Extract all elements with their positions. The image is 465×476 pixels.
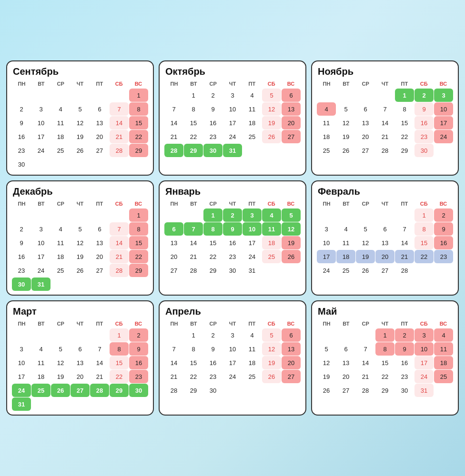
day-cell-23: 23: [414, 130, 434, 143]
month-title-3: Декабрь: [12, 186, 148, 197]
day-cell-24: 24: [223, 370, 242, 383]
day-cell-1: 1: [375, 328, 394, 342]
empty-cell: [12, 328, 31, 342]
day-cell-24: 24: [31, 264, 51, 277]
empty-cell: [164, 89, 183, 102]
day-cell-20: 20: [90, 250, 109, 263]
day-header-ВС: ВС: [129, 80, 148, 88]
day-cell-4: 4: [243, 328, 262, 342]
empty-cell: [31, 328, 51, 342]
day-cell-31: 31: [31, 278, 51, 291]
day-cell-29: 29: [129, 264, 148, 277]
day-cell-12: 12: [51, 356, 70, 369]
day-header-СР: СР: [51, 80, 71, 88]
day-cell-4: 4: [51, 222, 70, 236]
day-cell-26: 26: [336, 144, 355, 157]
day-cell-2: 2: [223, 208, 242, 222]
day-cell-7: 7: [90, 342, 109, 356]
day-cell-24: 24: [434, 130, 453, 143]
day-cell-29: 29: [110, 384, 129, 397]
month-title-7: Апрель: [164, 306, 301, 317]
day-header-СБ: СБ: [109, 320, 129, 327]
day-cell-17: 17: [223, 356, 242, 369]
day-headers-4: ПНВТСРЧТПТСБВС: [164, 200, 301, 208]
day-cell-8: 8: [395, 102, 414, 116]
day-cell-19: 19: [262, 356, 281, 369]
day-cell-15: 15: [375, 356, 394, 369]
day-cell-6: 6: [71, 342, 90, 356]
day-cell-26: 26: [262, 370, 281, 383]
day-cell-18: 18: [243, 116, 262, 129]
day-cell-22: 22: [414, 250, 434, 263]
day-cell-9: 9: [129, 342, 148, 356]
month-card-6: МартПНВТСРЧТПТСБВС1234567891011121314151…: [6, 300, 154, 416]
day-cell-22: 22: [110, 370, 129, 383]
day-cell-17: 17: [414, 356, 434, 369]
day-cell-18: 18: [262, 236, 281, 249]
day-cell-18: 18: [51, 130, 70, 143]
day-cell-1: 1: [184, 89, 203, 102]
day-cell-24: 24: [317, 264, 336, 277]
day-header-ВТ: ВТ: [31, 320, 51, 327]
day-cell-4: 4: [31, 342, 51, 356]
day-cell-16: 16: [12, 130, 31, 143]
day-cell-9: 9: [203, 102, 222, 116]
empty-cell: [164, 328, 183, 342]
day-cell-8: 8: [129, 222, 148, 236]
day-header-ПТ: ПТ: [90, 320, 109, 327]
day-cell-10: 10: [12, 356, 31, 369]
day-cell-7: 7: [184, 222, 203, 236]
day-header-СБ: СБ: [109, 200, 129, 208]
day-header-ПТ: ПТ: [394, 320, 414, 327]
day-cell-5: 5: [71, 102, 90, 116]
empty-cell: [356, 89, 375, 102]
day-header-ВС: ВС: [281, 320, 301, 327]
empty-cell: [317, 208, 336, 222]
day-header-СР: СР: [203, 80, 223, 88]
month-title-8: Май: [317, 306, 453, 317]
day-header-ВТ: ВТ: [336, 200, 356, 208]
day-cell-19: 19: [336, 130, 355, 143]
day-cell-25: 25: [51, 144, 70, 157]
day-cell-3: 3: [31, 102, 51, 116]
days-grid-4: 1234567891011121314151617181920212223242…: [164, 208, 301, 277]
day-cell-13: 13: [375, 236, 394, 249]
day-cell-19: 19: [71, 130, 90, 143]
day-headers-5: ПНВТСРЧТПТСБВС: [317, 200, 453, 208]
day-cell-25: 25: [51, 264, 70, 277]
day-cell-6: 6: [90, 102, 109, 116]
day-cell-18: 18: [317, 130, 336, 143]
day-header-СР: СР: [51, 200, 71, 208]
day-header-ЧТ: ЧТ: [223, 320, 243, 327]
day-header-ВС: ВС: [129, 320, 148, 327]
day-cell-13: 13: [356, 116, 375, 129]
month-card-0: СентябрьПНВТСРЧТПТСБВС123456789101112131…: [6, 60, 154, 176]
day-header-ПН: ПН: [164, 80, 184, 88]
day-header-СР: СР: [203, 320, 223, 327]
day-cell-6: 6: [282, 89, 301, 102]
day-cell-10: 10: [243, 222, 262, 236]
day-cell-28: 28: [184, 264, 203, 277]
day-cell-26: 26: [282, 250, 301, 263]
day-cell-1: 1: [110, 328, 129, 342]
day-cell-11: 11: [262, 222, 281, 236]
day-cell-25: 25: [336, 264, 355, 277]
day-cell-12: 12: [356, 236, 375, 249]
day-header-СР: СР: [356, 320, 375, 327]
day-header-ВС: ВС: [281, 80, 301, 88]
day-cell-2: 2: [12, 102, 31, 116]
empty-cell: [51, 328, 70, 342]
day-cell-25: 25: [243, 370, 262, 383]
day-cell-2: 2: [12, 222, 31, 236]
day-cell-15: 15: [203, 236, 222, 249]
day-cell-9: 9: [223, 222, 242, 236]
day-cell-18: 18: [434, 356, 453, 369]
day-cell-21: 21: [164, 130, 183, 143]
day-cell-30: 30: [12, 158, 31, 171]
day-cell-10: 10: [31, 236, 51, 249]
day-cell-11: 11: [51, 116, 70, 129]
empty-cell: [90, 89, 109, 102]
empty-cell: [31, 89, 51, 102]
day-cell-6: 6: [282, 328, 301, 342]
day-header-СБ: СБ: [262, 80, 281, 88]
